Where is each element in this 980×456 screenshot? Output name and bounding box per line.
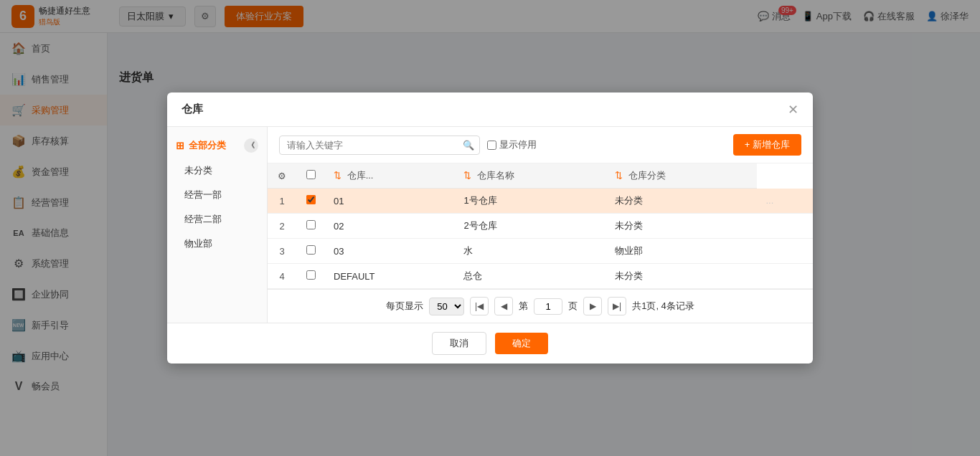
modal-sidebar-header[interactable]: ⊞ 全部分类 《 [167,133,267,158]
modal-header: 仓库 ✕ [167,92,813,127]
page-size-select[interactable]: 50 [429,298,464,315]
row-num: 4 [268,264,296,289]
search-icon[interactable]: 🔍 [463,140,474,151]
last-page-button[interactable]: ▶| [608,297,626,315]
modal-toolbar: 🔍 显示停用 + 新增仓库 [268,127,813,163]
modal-title: 仓库 [182,103,203,116]
table-header-row: ⚙ ⇅ 仓库... ⇅ 仓库名称 [268,163,813,189]
add-warehouse-button[interactable]: + 新增仓库 [733,134,801,156]
th-gear: ⚙ [268,163,296,189]
row-name: 总仓 [455,264,606,289]
modal-body: ⊞ 全部分类 《 未分类 经营一部 经营二部 物业部 [167,127,813,323]
row-actions[interactable]: ... [757,189,813,214]
row-category: 物业部 [606,239,758,264]
grid-icon: ⊞ [176,140,184,151]
row-category: 未分类 [606,189,758,214]
row-name: 水 [455,239,606,264]
confirm-button[interactable]: 确定 [495,333,548,354]
prev-page-button[interactable]: ◀ [494,297,513,315]
row-checkbox-cell [296,264,325,289]
warehouse-table: ⚙ ⇅ 仓库... ⇅ 仓库名称 [268,163,813,289]
modal-sidebar-item-dept1[interactable]: 经营一部 [167,183,267,207]
table-row[interactable]: 4 DEFAULT 总仓 未分类 [268,264,813,289]
row-name: 1号仓库 [455,189,606,214]
modal-sidebar-item-dept2[interactable]: 经营二部 [167,207,267,232]
page-input[interactable] [534,298,562,315]
select-all-checkbox[interactable] [306,170,316,179]
show-disabled-checkbox[interactable] [487,141,496,150]
th-check [296,163,325,189]
row-num: 2 [268,214,296,239]
sort-icon-category: ⇅ [615,170,623,181]
cancel-button[interactable]: 取消 [432,332,486,355]
row-checkbox[interactable] [306,245,316,255]
modal-right-content: 🔍 显示停用 + 新增仓库 ⚙ [268,127,813,323]
next-page-button[interactable]: ▶ [583,297,602,315]
modal-footer: 取消 确定 [167,323,813,364]
modal-sidebar-item-unclassified[interactable]: 未分类 [167,158,267,183]
row-code: DEFAULT [325,264,455,289]
sort-icon-name: ⇅ [463,170,471,181]
row-checkbox[interactable] [306,195,316,204]
row-category: 未分类 [606,214,758,239]
th-code: ⇅ 仓库... [325,163,455,189]
table-row[interactable]: 1 01 1号仓库 未分类 ... [268,189,813,214]
row-checkbox[interactable] [306,220,316,229]
row-code: 01 [325,189,455,214]
search-wrapper: 🔍 [279,136,480,155]
row-checkbox-cell [296,214,325,239]
modal-table-container: ⚙ ⇅ 仓库... ⇅ 仓库名称 [268,163,813,289]
table-body: 1 01 1号仓库 未分类 ... 2 02 2号仓库 未分类 3 03 水 物… [268,189,813,289]
th-name: ⇅ 仓库名称 [455,163,606,189]
row-num: 1 [268,189,296,214]
modal-pagination: 每页显示 50 |◀ ◀ 第 页 ▶ ▶| 共1页, 4条记录 [268,289,813,323]
modal-left-sidebar: ⊞ 全部分类 《 未分类 经营一部 经营二部 物业部 [167,127,268,323]
first-page-button[interactable]: |◀ [470,297,489,315]
modal-overlay: 仓库 ✕ ⊞ 全部分类 《 未分类 经营一部 经营二部 [0,0,980,456]
search-input[interactable] [279,136,480,155]
row-checkbox-cell [296,239,325,264]
th-category: ⇅ 仓库分类 [606,163,758,189]
table-row[interactable]: 2 02 2号仓库 未分类 [268,214,813,239]
row-code: 02 [325,214,455,239]
modal-sidebar-item-property[interactable]: 物业部 [167,232,267,256]
sort-icon-code: ⇅ [334,170,341,181]
all-categories-label: 全部分类 [189,139,226,152]
row-checkbox[interactable] [306,270,316,280]
modal-close-button[interactable]: ✕ [788,103,798,116]
warehouse-modal: 仓库 ✕ ⊞ 全部分类 《 未分类 经营一部 经营二部 [167,92,813,364]
collapse-sidebar-button[interactable]: 《 [244,138,258,153]
row-num: 3 [268,239,296,264]
row-name: 2号仓库 [455,214,606,239]
row-category: 未分类 [606,264,758,289]
row-checkbox-cell [296,189,325,214]
table-row[interactable]: 3 03 水 物业部 [268,239,813,264]
show-disabled-label[interactable]: 显示停用 [487,138,537,151]
row-code: 03 [325,239,455,264]
